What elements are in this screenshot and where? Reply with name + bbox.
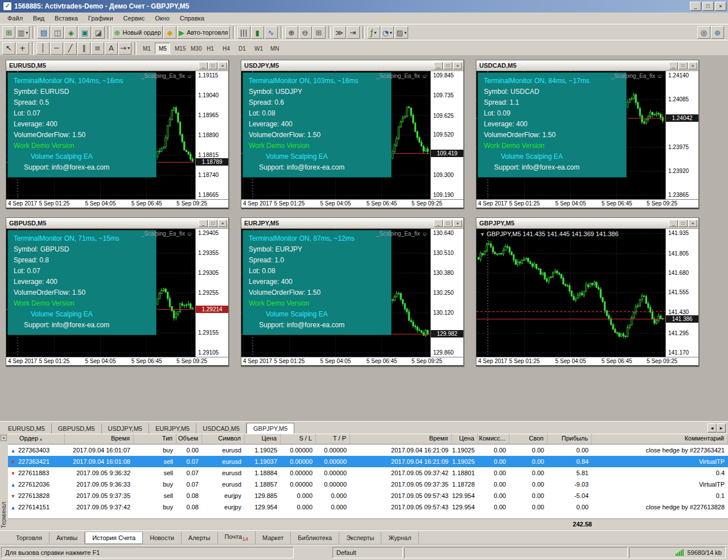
terminal-tab[interactable]: Активы	[50, 532, 85, 543]
terminal-tab[interactable]: Библиотека	[291, 532, 339, 543]
periods-button[interactable]: ◔▾	[381, 26, 394, 39]
restore-button[interactable]: □	[443, 62, 453, 69]
chart-window-titlebar[interactable]: EURJPY,M5_□×	[241, 218, 463, 229]
terminal-tab[interactable]: Маркет	[256, 532, 291, 543]
scroll-left-icon[interactable]: ◂	[708, 423, 717, 433]
column-header[interactable]: Цена	[245, 434, 281, 444]
terminal-tab[interactable]: История Счета	[85, 532, 143, 544]
terminal-close-icon[interactable]: ×	[1, 435, 7, 441]
channel-button[interactable]: ∥	[77, 42, 91, 55]
column-header[interactable]: Время	[350, 434, 452, 444]
table-row[interactable]: ▲2276141512017.09.05 9:37:42buy0.08eurjp…	[8, 501, 728, 513]
minimize-button[interactable]: _	[669, 220, 678, 227]
templates-button[interactable]: ▨▾	[394, 26, 408, 39]
chart-tab[interactable]: USDJPY,M5	[102, 423, 149, 434]
table-row[interactable]: ▼2276118832017.09.05 9:36:32sell0.07euru…	[8, 467, 728, 479]
status-profile[interactable]: Default	[332, 547, 403, 558]
navigator-button[interactable]: ◈	[64, 26, 77, 39]
terminal-tab[interactable]: Эксперты	[339, 532, 381, 543]
timeframe-M30[interactable]: M30	[187, 43, 202, 54]
menu-item[interactable]: Вставка	[50, 14, 83, 23]
column-header[interactable]: Ордер▴	[8, 434, 65, 444]
chart-area[interactable]: 1.191151.190401.189651.188901.188151.187…	[6, 71, 228, 208]
market-watch-button[interactable]: ▤	[37, 26, 50, 39]
column-header[interactable]: Своп	[509, 434, 548, 444]
chart-window-titlebar[interactable]: USDCAD,M5_□×	[476, 60, 698, 71]
column-header[interactable]: S / L	[281, 434, 316, 444]
timeframe-M1[interactable]: M1	[139, 43, 154, 54]
close-button[interactable]: ×	[453, 62, 462, 69]
menu-item[interactable]: Справка	[175, 14, 209, 23]
chart-window-titlebar[interactable]: USDJPY,M5_□×	[241, 60, 463, 71]
table-row[interactable]: ▲2273634032017.09.04 16:01:07buy0.00euru…	[8, 444, 728, 456]
fibonacci-button[interactable]: ≡	[91, 42, 104, 55]
table-row[interactable]: ▼2276138282017.09.05 9:37:35sell0.08eurj…	[8, 490, 728, 501]
column-header[interactable]: T / P	[316, 434, 350, 444]
chart-area[interactable]: 141.935141.805141.680141.555141.430141.2…	[476, 229, 698, 365]
restore-button[interactable]: □	[208, 220, 217, 227]
column-header[interactable]: Комисс...	[478, 434, 509, 444]
restore-button[interactable]: □	[678, 62, 688, 69]
chart-tab[interactable]: GBPJPY,M5	[246, 423, 294, 434]
chart-window-titlebar[interactable]: GBPJPY,M5_□×	[476, 218, 698, 229]
vertical-line-button[interactable]: │	[36, 42, 50, 55]
chart-bars-button[interactable]: |||	[237, 26, 250, 39]
column-header[interactable]: Комментарий	[592, 434, 728, 444]
crosshair-button[interactable]: +	[16, 42, 29, 55]
text-tool-button[interactable]: A	[105, 42, 118, 55]
restore-button[interactable]: □	[443, 220, 453, 227]
chart-area[interactable]: 1.294051.293551.293051.292551.291551.291…	[6, 229, 228, 365]
scroll-right-icon[interactable]: ▸	[717, 423, 726, 433]
minimize-button[interactable]: _	[669, 62, 678, 69]
new-order-button[interactable]: ⊕Новый ордер	[112, 26, 163, 39]
restore-button[interactable]: □	[678, 220, 688, 227]
chat-button[interactable]: ⊚	[711, 26, 724, 39]
timeframe-D1[interactable]: D1	[235, 43, 250, 54]
column-header[interactable]: Объем	[176, 434, 202, 444]
strategy-tester-button[interactable]: ◪	[92, 26, 105, 39]
tile-windows-button[interactable]: ⊞	[312, 26, 326, 39]
chart-line-button[interactable]: ∿	[265, 26, 278, 39]
chart-tab[interactable]: EURUSD,M5	[2, 423, 52, 434]
terminal-tab[interactable]: Алерты	[182, 532, 218, 543]
minimize-button[interactable]: _	[690, 2, 701, 11]
chart-tab[interactable]: EURJPY,M5	[149, 423, 196, 434]
close-button[interactable]: ×	[218, 62, 227, 69]
terminal-tab[interactable]: Новости	[143, 532, 182, 543]
chart-tab[interactable]: GBPUSD,M5	[52, 423, 102, 434]
menu-item[interactable]: Окно	[150, 14, 175, 23]
profiles-button[interactable]: ▥▾	[16, 26, 30, 39]
price-chart[interactable]	[476, 229, 665, 357]
column-header[interactable]: Символ	[202, 434, 245, 444]
menu-item[interactable]: Сервис	[118, 14, 150, 23]
timeframe-MN[interactable]: MN	[266, 43, 282, 54]
timeframe-M15[interactable]: M15	[171, 43, 186, 54]
chart-area[interactable]: 130.640130.510130.380130.250130.120129.8…	[241, 229, 463, 365]
horizontal-line-button[interactable]: ─	[50, 42, 63, 55]
title-bar[interactable]: ✓ 1568885: Activtrades-Demo - Демо Счет …	[0, 0, 728, 13]
chart-window-titlebar[interactable]: GBPUSD,M5_□×	[6, 218, 228, 229]
chart-area[interactable]: 1.241401.240851.239751.239201.238651.240…	[476, 71, 698, 208]
menu-item[interactable]: Графики	[83, 14, 118, 23]
close-button[interactable]: ×	[715, 2, 726, 11]
table-row[interactable]: ▼2273634212017.09.04 16:01:08sell0.07eur…	[8, 456, 728, 467]
timeframe-H4[interactable]: H4	[219, 43, 234, 54]
indicators-button[interactable]: ƒ▾	[367, 26, 380, 39]
restore-button[interactable]: □	[208, 62, 217, 69]
search-button[interactable]: ◎	[697, 26, 710, 39]
table-row[interactable]: ▲2276120362017.09.05 9:36:33buy0.07eurus…	[8, 479, 728, 490]
column-header[interactable]: Цена	[452, 434, 478, 444]
menu-item[interactable]: Вид	[28, 14, 50, 23]
minimize-button[interactable]: _	[199, 220, 208, 227]
cursor-button[interactable]: ↖	[2, 42, 15, 55]
timeframe-H1[interactable]: H1	[203, 43, 218, 54]
menu-item[interactable]: Файл	[2, 14, 28, 23]
auto-trading-button[interactable]: ▶Авто-торговля	[177, 26, 230, 39]
column-header[interactable]: Тип	[134, 434, 176, 444]
terminal-toggle-button[interactable]: ▣	[78, 26, 91, 39]
close-button[interactable]: ×	[688, 62, 697, 69]
trendline-button[interactable]: ╱	[64, 42, 77, 55]
terminal-tab[interactable]: Торговля	[9, 532, 50, 543]
timeframe-W1[interactable]: W1	[250, 43, 266, 54]
arrows-tool-button[interactable]: →▾	[118, 42, 131, 55]
